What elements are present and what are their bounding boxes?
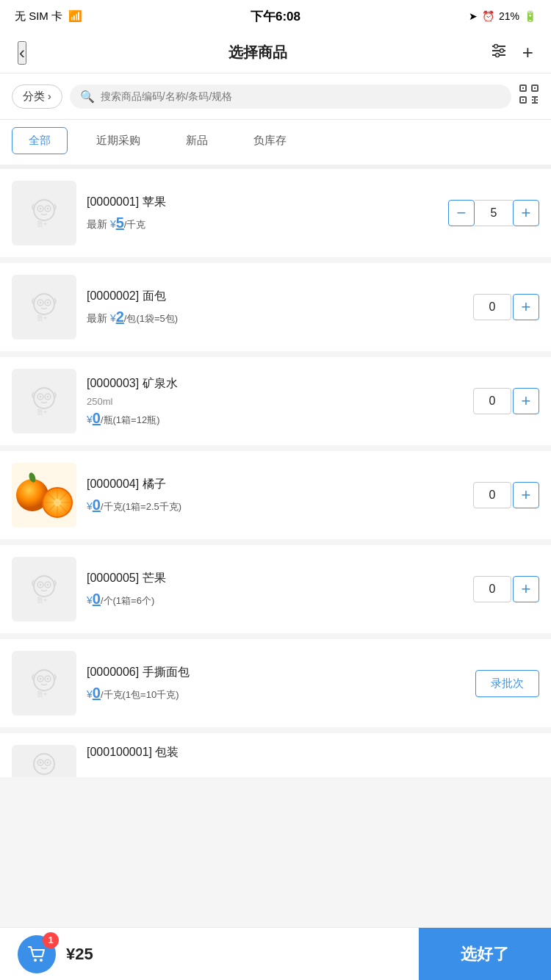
- svg-point-17: [34, 200, 54, 220]
- back-button[interactable]: ‹: [18, 41, 26, 65]
- product-image: [12, 463, 76, 527]
- svg-point-49: [47, 584, 49, 586]
- battery-icon: 🔋: [524, 10, 536, 22]
- tab-recent[interactable]: 近期采购: [79, 127, 157, 154]
- category-button[interactable]: 分类 ›: [12, 84, 62, 109]
- owl-logo-icon: 普+: [26, 666, 62, 701]
- quantity-input[interactable]: [475, 200, 513, 226]
- product-price: 最新 ¥5/千克: [87, 215, 438, 231]
- svg-point-20: [40, 208, 42, 210]
- quantity-control: +: [473, 388, 539, 414]
- svg-point-29: [34, 388, 54, 408]
- product-info: [0000006] 手撕面包 ¥0/千克(1包=10千克): [87, 665, 465, 702]
- batch-record-button[interactable]: 录批次: [475, 670, 539, 697]
- nav-actions: +: [490, 41, 533, 64]
- product-name: [000100001] 包装: [87, 745, 539, 760]
- svg-point-55: [47, 678, 49, 680]
- no-sim-text: 无 SIM 卡: [15, 10, 62, 24]
- product-name: [0000001] 苹果: [87, 195, 438, 210]
- quantity-decrease-button[interactable]: −: [448, 200, 475, 226]
- quantity-control: − +: [448, 200, 539, 226]
- svg-rect-11: [522, 99, 524, 101]
- add-icon[interactable]: +: [522, 41, 533, 64]
- svg-point-23: [34, 294, 54, 314]
- svg-point-62: [34, 959, 37, 962]
- product-name: [0000006] 手撕面包: [87, 665, 465, 680]
- quantity-increase-button[interactable]: +: [513, 576, 539, 602]
- svg-rect-10: [534, 87, 536, 89]
- product-image: [12, 745, 76, 777]
- quantity-increase-button[interactable]: +: [513, 388, 539, 414]
- product-name: [0000003] 矿泉水: [87, 376, 463, 392]
- svg-point-57: [34, 754, 54, 774]
- list-item: 普+ [0000006] 手撕面包 ¥0/千克(1包=10千克) 录批次: [0, 639, 551, 727]
- product-price: ¥0/千克(1包=10千克): [87, 685, 465, 702]
- product-image: 普+: [12, 275, 76, 339]
- list-item: 普+ [0000003] 矿泉水 250ml ¥0/瓶(1箱=12瓶) +: [0, 357, 551, 445]
- list-item: 普+ [0000001] 苹果 最新 ¥5/千克 − +: [0, 169, 551, 257]
- nav-bar: ‹ 选择商品 +: [0, 32, 551, 73]
- cart-button[interactable]: 1: [18, 935, 56, 973]
- quantity-input[interactable]: [473, 294, 511, 320]
- list-item: 普+ [0000002] 面包 最新 ¥2/包(1袋=5包) +: [0, 263, 551, 351]
- svg-text:普+: 普+: [37, 408, 47, 416]
- quantity-input[interactable]: [473, 482, 511, 508]
- category-label: 分类: [23, 90, 45, 104]
- quantity-input[interactable]: [473, 576, 511, 602]
- svg-text:普+: 普+: [37, 220, 47, 228]
- product-info: [0000003] 矿泉水 250ml ¥0/瓶(1箱=12瓶): [87, 376, 463, 427]
- product-info: [000100001] 包装: [87, 745, 539, 765]
- owl-logo-icon: 普+: [26, 195, 62, 231]
- quantity-control: +: [473, 482, 539, 508]
- product-info: [0000004] 橘子 ¥0/千克(1箱=2.5千克): [87, 477, 463, 514]
- svg-text:普+: 普+: [37, 314, 47, 322]
- product-price: ¥0/瓶(1箱=12瓶): [87, 410, 463, 427]
- status-time: 下午6:08: [251, 8, 300, 25]
- search-input[interactable]: [101, 90, 501, 102]
- list-item: [0000004] 橘子 ¥0/千克(1箱=2.5千克) +: [0, 451, 551, 539]
- quantity-increase-button[interactable]: +: [513, 482, 539, 508]
- product-image: 普+: [12, 181, 76, 245]
- svg-point-48: [40, 584, 42, 586]
- tab-new[interactable]: 新品: [169, 127, 225, 154]
- svg-point-5: [495, 53, 499, 57]
- filter-tabs: 全部 近期采购 新品 负库存: [0, 120, 551, 169]
- svg-point-43: [54, 499, 61, 506]
- tab-all[interactable]: 全部: [12, 127, 68, 154]
- quantity-increase-button[interactable]: +: [513, 200, 539, 226]
- product-info: [0000001] 苹果 最新 ¥5/千克: [87, 195, 438, 231]
- filter-icon[interactable]: [490, 42, 508, 64]
- quantity-control: +: [473, 576, 539, 602]
- product-name: [0000002] 面包: [87, 289, 463, 304]
- bottom-bar: 1 ¥25 选好了: [0, 927, 551, 980]
- product-list: 普+ [0000001] 苹果 最新 ¥5/千克 − +: [0, 169, 551, 842]
- svg-point-60: [40, 762, 42, 764]
- quantity-input[interactable]: [473, 388, 511, 414]
- svg-point-45: [34, 576, 54, 597]
- battery-text: 21%: [499, 10, 519, 22]
- status-bar: 无 SIM 卡 📶 下午6:08 ➤ ⏰ 21% 🔋: [0, 0, 551, 32]
- list-item: 普+ [0000005] 芒果 ¥0/个(1箱=6个) +: [0, 545, 551, 633]
- svg-point-4: [500, 48, 503, 52]
- owl-logo-icon: 普+: [26, 383, 62, 419]
- owl-logo-icon: 普+: [26, 289, 62, 325]
- category-arrow-icon: ›: [48, 90, 51, 102]
- quantity-increase-button[interactable]: +: [513, 294, 539, 320]
- confirm-button[interactable]: 选好了: [419, 928, 551, 981]
- product-price: ¥0/千克(1箱=2.5千克): [87, 497, 463, 514]
- svg-point-26: [40, 302, 42, 304]
- product-price: 最新 ¥2/包(1袋=5包): [87, 309, 463, 325]
- scan-icon[interactable]: [519, 84, 539, 109]
- product-spec: 250ml: [87, 396, 463, 407]
- product-name: [0000005] 芒果: [87, 571, 463, 586]
- status-left: 无 SIM 卡 📶: [15, 10, 82, 24]
- tab-negative-stock[interactable]: 负库存: [237, 127, 303, 154]
- cart-section: 1 ¥25: [0, 935, 419, 973]
- product-info: [0000002] 面包 最新 ¥2/包(1袋=5包): [87, 289, 463, 325]
- cart-total: ¥25: [66, 945, 93, 964]
- product-info: [0000005] 芒果 ¥0/个(1箱=6个): [87, 571, 463, 608]
- owl-logo-icon: [26, 749, 62, 777]
- quantity-control: 录批次: [475, 670, 539, 697]
- svg-point-3: [494, 44, 497, 48]
- wifi-icon: 📶: [68, 10, 82, 23]
